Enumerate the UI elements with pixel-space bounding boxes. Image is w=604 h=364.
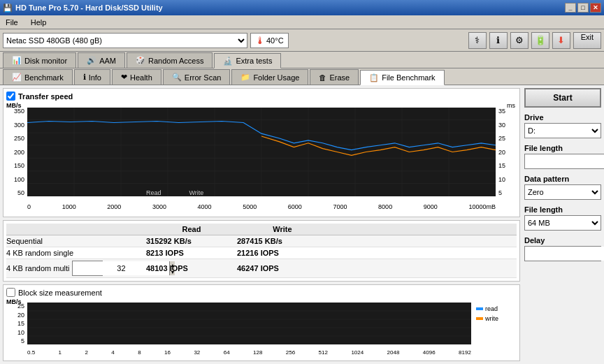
- power-icon-btn[interactable]: 🔋: [531, 32, 549, 49]
- random-single-read: 8213 IOPS: [146, 249, 237, 257]
- transfer-speed-checkbox[interactable]: [6, 92, 15, 101]
- start-button[interactable]: Start: [524, 88, 601, 108]
- tab-health[interactable]: ❤ Health: [112, 69, 161, 85]
- transfer-chart-container: MB/s ms 350 300 250 200 150 100 50: [6, 102, 517, 210]
- tab-error-scan[interactable]: 🔍 Error Scan: [163, 69, 231, 85]
- results-header: Read Write: [6, 224, 517, 235]
- rw-labels: Read Write: [146, 189, 203, 196]
- file-length-group: File length 10000 ▲ ▼ MB: [524, 144, 601, 169]
- random-multi-write: 46247 IOPS: [237, 264, 328, 272]
- read-legend-label: read: [485, 305, 498, 312]
- transfer-speed-section: Transfer speed MB/s ms 350 300 250 200 1…: [3, 88, 520, 217]
- block-size-section: Block size measurement MB/s 25 20 15 10 …: [3, 284, 520, 361]
- block-size-label: Block size measurement: [18, 289, 102, 297]
- tabs-top: 📊 Disk monitor 🔊 AAM 🎲 Random Access 🔬 E…: [0, 52, 604, 68]
- sequential-write: 287415 KB/s: [237, 237, 328, 245]
- transfer-speed-label: Transfer speed: [18, 92, 73, 101]
- drive-select[interactable]: Netac SSD 480GB (480 gB): [3, 33, 247, 48]
- download-icon-btn[interactable]: ⬇: [552, 32, 570, 49]
- right-panel: Start Drive D: File length 10000 ▲ ▼ MB: [524, 88, 601, 361]
- random-single-label: 4 KB random single: [6, 249, 146, 257]
- x-axis: 0 1000 2000 3000 4000 5000 6000 7000 800…: [27, 203, 496, 210]
- app-icon: 💾: [3, 3, 13, 13]
- health-tab-icon: ❤: [121, 73, 127, 82]
- temperature-value: 40°C: [266, 36, 284, 45]
- write-legend: write: [476, 315, 517, 322]
- file-length2-group: File length 64 MB: [524, 205, 601, 231]
- drive-dropdown[interactable]: D:: [524, 123, 601, 138]
- tab-erase[interactable]: 🗑 Erase: [310, 69, 359, 85]
- benchmark-icon: 📈: [12, 73, 22, 82]
- main-panel: Transfer speed MB/s ms 350 300 250 200 1…: [3, 88, 520, 361]
- read-label: Read: [146, 189, 161, 196]
- menu-bar: File Help: [0, 15, 604, 29]
- random-multi-label: 4 KB random multi: [6, 264, 69, 272]
- file-length-spinner[interactable]: 10000 ▲ ▼: [524, 154, 604, 169]
- settings-icon-btn[interactable]: ⚙: [510, 32, 528, 49]
- tab-info[interactable]: ℹ Info: [74, 69, 110, 85]
- file-length-input-group: 10000 ▲ ▼ MB: [524, 154, 601, 169]
- minimize-button[interactable]: _: [565, 3, 576, 13]
- results-table: Read Write Sequential 315292 KB/s 287415…: [3, 220, 520, 282]
- delay-group: Delay 0 ▲ ▼: [524, 236, 601, 261]
- maximize-button[interactable]: □: [577, 3, 589, 13]
- file-length-label: File length: [524, 144, 601, 152]
- y-axis-left: 350 300 250 200 150 100 50: [6, 108, 26, 196]
- extra-tests-icon: 🔬: [223, 57, 233, 66]
- disk-monitor-icon: 📊: [12, 56, 22, 65]
- read-legend-dot: [476, 307, 483, 310]
- menu-file[interactable]: File: [3, 17, 21, 28]
- delay-input[interactable]: 0: [525, 247, 604, 261]
- temperature-display: 🌡 40°C: [250, 33, 289, 48]
- block-checkbox-row: Block size measurement: [6, 288, 517, 297]
- sequential-label: Sequential: [6, 237, 146, 245]
- tab-random-access[interactable]: 🎲 Random Access: [127, 52, 213, 68]
- menu-help[interactable]: Help: [28, 17, 50, 28]
- tab-file-benchmark[interactable]: 📋 File Benchmark: [360, 70, 444, 85]
- error-scan-icon: 🔍: [172, 73, 182, 82]
- block-size-checkbox[interactable]: [6, 288, 15, 297]
- tab-disk-monitor[interactable]: 📊 Disk monitor: [3, 52, 76, 68]
- file-length-input[interactable]: 10000: [525, 154, 604, 168]
- erase-icon: 🗑: [319, 73, 326, 82]
- tabs-main: 📈 Benchmark ℹ Info ❤ Health 🔍 Error Scan…: [0, 68, 604, 85]
- aam-icon: 🔊: [87, 56, 96, 65]
- tab-extra-tests[interactable]: 🔬 Extra tests: [214, 53, 281, 68]
- y-axis-right: 35 30 25 20 15 10 5: [497, 108, 517, 196]
- data-pattern-group: Data pattern Zero: [524, 175, 601, 200]
- multi-spinner[interactable]: ▲ ▼: [72, 261, 103, 276]
- info-icon-btn[interactable]: ℹ: [489, 32, 508, 49]
- content-area: Transfer speed MB/s ms 350 300 250 200 1…: [0, 85, 604, 364]
- tab-benchmark[interactable]: 📈 Benchmark: [3, 69, 73, 85]
- exit-button[interactable]: Exit: [573, 32, 601, 49]
- sequential-read: 315292 KB/s: [146, 237, 237, 245]
- thermometer-icon: 🌡: [255, 35, 265, 46]
- file-length2-label: File length: [524, 205, 601, 214]
- delay-label: Delay: [524, 236, 601, 245]
- tab-folder-usage[interactable]: 📁 Folder Usage: [231, 69, 308, 85]
- data-pattern-dropdown[interactable]: Zero: [524, 184, 601, 200]
- write-label: Write: [189, 189, 204, 196]
- delay-spinner[interactable]: 0 ▲ ▼: [524, 246, 601, 261]
- table-row: 4 KB random single 8213 IOPS 21216 IOPS: [6, 247, 517, 259]
- random-multi-read: 48103 IOPS: [146, 264, 237, 272]
- random-single-write: 21216 IOPS: [237, 249, 328, 257]
- file-length2-dropdown[interactable]: 64 MB: [524, 215, 601, 231]
- health-icon-btn[interactable]: ⚕: [468, 32, 487, 49]
- drive-label: Drive: [524, 113, 601, 122]
- transfer-chart-svg: [27, 108, 496, 196]
- write-header: Write: [237, 225, 328, 233]
- svg-rect-16: [27, 303, 471, 344]
- tab-aam[interactable]: 🔊 AAM: [78, 52, 125, 68]
- data-pattern-label: Data pattern: [524, 175, 601, 183]
- random-access-icon: 🎲: [136, 56, 145, 65]
- close-button[interactable]: ✕: [590, 3, 601, 13]
- drive-group: Drive D:: [524, 113, 601, 138]
- rw-legend: read write: [476, 305, 517, 322]
- read-legend: read: [476, 305, 517, 312]
- file-benchmark-icon: 📋: [369, 73, 379, 82]
- write-legend-dot: [476, 317, 483, 320]
- block-chart-svg: [27, 303, 471, 344]
- window-title: HD Tune Pro 5.70 - Hard Disk/SSD Utility: [15, 3, 163, 12]
- write-legend-label: write: [485, 315, 498, 322]
